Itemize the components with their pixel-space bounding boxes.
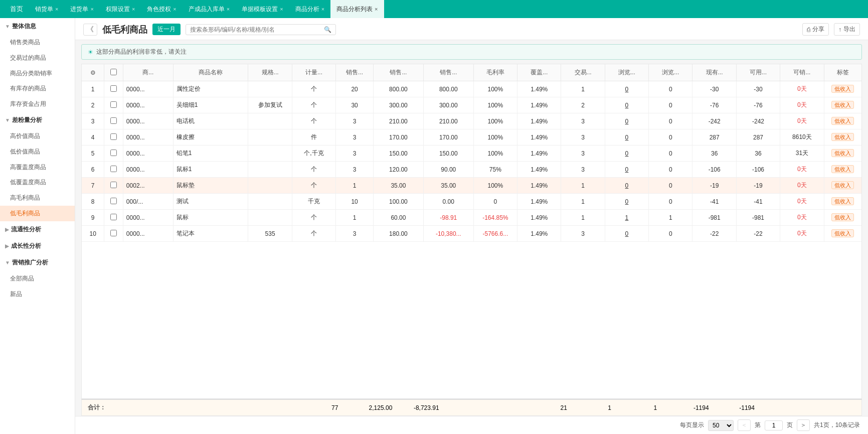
browse1-link[interactable]: 0: [625, 118, 629, 125]
browse1-link[interactable]: 0: [625, 134, 629, 141]
row-checkbox[interactable]: [110, 230, 117, 236]
sidebar-group-marketing[interactable]: ▼ 营销推广分析: [0, 254, 75, 271]
sidebar-group-growth[interactable]: ▶ 成长性分析: [0, 238, 75, 254]
row-checkbox[interactable]: [110, 182, 117, 188]
row-trade-count: 1: [561, 81, 605, 97]
nav-close-icon[interactable]: ×: [321, 6, 324, 12]
row-coverage: 1.49%: [517, 162, 561, 178]
prev-page-button[interactable]: ＜: [738, 419, 751, 431]
sidebar-group-differential[interactable]: ▼ 差粉量分析: [0, 112, 75, 128]
col-check[interactable]: [104, 64, 123, 81]
sidebar-item-high-value[interactable]: 高价值商品: [0, 128, 75, 144]
browse1-link[interactable]: 0: [625, 150, 629, 157]
sidebar-item-high-coverage[interactable]: 高覆盖度商品: [0, 160, 75, 175]
browse1-link[interactable]: 0: [625, 230, 629, 237]
row-tag: 低收入: [824, 178, 861, 194]
row-sale-price: 300.00: [374, 97, 424, 113]
sidebar-item-low-margin[interactable]: 低毛利商品: [0, 206, 75, 221]
nav-close-icon[interactable]: ×: [173, 6, 176, 12]
row-checkbox[interactable]: [110, 198, 117, 204]
browse1-link[interactable]: 0: [625, 86, 629, 93]
sidebar-group-overall[interactable]: ▼ 整体信息: [0, 18, 75, 35]
row-checkbox[interactable]: [110, 101, 117, 108]
row-spec: [248, 210, 292, 226]
sidebar-item-traded-products[interactable]: 交易过的商品: [0, 50, 75, 66]
chevron-down-icon: ▼: [5, 117, 10, 123]
nav-purchase-order[interactable]: 进货单 ×: [64, 0, 99, 18]
nav-permissions[interactable]: 权限设置 ×: [100, 0, 141, 18]
row-checkbox[interactable]: [110, 150, 117, 156]
sidebar-collapse-button[interactable]: 《: [83, 24, 97, 36]
nav-product-inbound[interactable]: 产成品入库单 ×: [183, 0, 236, 18]
row-checkbox[interactable]: [110, 85, 117, 92]
row-stock-available: -981: [736, 210, 780, 226]
row-num: 3: [82, 113, 104, 129]
row-trade-count: 1: [561, 194, 605, 210]
sidebar-item-all-products[interactable]: 全部商品: [0, 271, 75, 286]
export-icon: ↑: [838, 26, 841, 33]
chevron-right-icon: ▶: [5, 227, 9, 232]
filter-recent-month-button[interactable]: 近一月: [152, 24, 181, 35]
nav-close-icon[interactable]: ×: [132, 6, 135, 12]
nav-close-icon[interactable]: ×: [280, 6, 283, 12]
sidebar-item-high-margin[interactable]: 高毛利商品: [0, 190, 75, 206]
row-stock-available: -19: [736, 178, 780, 194]
sidebar-group-circulation[interactable]: ▶ 流通性分析: [0, 221, 75, 238]
page-title: 低毛利商品: [102, 24, 147, 36]
row-checkbox-cell: [104, 129, 123, 146]
browse1-link[interactable]: 1: [625, 214, 629, 221]
row-checkbox[interactable]: [110, 133, 117, 140]
export-button[interactable]: ↑ 导出: [834, 23, 860, 36]
total-info: 共1页，10条记录: [814, 421, 860, 429]
nav-close-icon[interactable]: ×: [375, 6, 378, 12]
row-checkbox-cell: [104, 178, 123, 194]
row-sale-amount: 0.00: [423, 194, 473, 210]
per-page-select[interactable]: 50 20 100: [708, 420, 734, 431]
nav-sales-order[interactable]: 销货单 ×: [29, 0, 64, 18]
select-all-checkbox[interactable]: [110, 69, 117, 75]
sidebar-item-sales-products[interactable]: 销售类商品: [0, 35, 75, 50]
sidebar-item-new-products[interactable]: 新品: [0, 286, 75, 302]
row-coverage: 1.49%: [517, 226, 561, 242]
nav-product-analysis-list[interactable]: 商品分析列表 ×: [330, 0, 384, 18]
current-page-input[interactable]: [765, 420, 783, 430]
search-input[interactable]: [190, 26, 322, 33]
row-checkbox[interactable]: [110, 117, 117, 124]
browse1-link[interactable]: 0: [625, 182, 629, 189]
sidebar-item-category-sales-rate[interactable]: 商品分类助销率: [0, 66, 75, 81]
nav-role-auth[interactable]: 角色授权 ×: [141, 0, 182, 18]
nav-close-icon[interactable]: ×: [90, 6, 93, 12]
nav-home[interactable]: 首页: [4, 0, 29, 18]
per-page-label: 每页显示: [680, 421, 704, 429]
row-spec: [248, 146, 292, 162]
row-num: 1: [82, 81, 104, 97]
sidebar-item-low-coverage[interactable]: 低覆盖度商品: [0, 175, 75, 190]
sidebar-item-inventory-capital[interactable]: 库存资金占用: [0, 96, 75, 112]
row-sale-amount: 210.00: [423, 113, 473, 129]
next-page-button[interactable]: ＞: [797, 419, 810, 431]
row-checkbox[interactable]: [110, 214, 117, 220]
row-checkbox[interactable]: [110, 166, 117, 172]
row-browse2: 0: [649, 178, 692, 194]
nav-close-icon[interactable]: ×: [55, 6, 58, 12]
nav-product-analysis[interactable]: 商品分析 ×: [289, 0, 330, 18]
row-code: 0000...: [123, 226, 173, 242]
row-browse1: 1: [605, 210, 648, 226]
row-sale-qty: 10: [336, 194, 374, 210]
nav-close-icon[interactable]: ×: [227, 6, 230, 12]
nav-template-settings[interactable]: 单据模板设置 ×: [236, 0, 289, 18]
browse1-link[interactable]: 0: [625, 166, 629, 173]
row-code: 0000...: [123, 97, 173, 113]
row-spec: [248, 178, 292, 194]
browse1-link[interactable]: 0: [625, 198, 629, 205]
row-sale-price: 800.00: [374, 81, 424, 97]
row-stock-current: 36: [692, 146, 736, 162]
main-layout: ▼ 整体信息 销售类商品 交易过的商品 商品分类助销率 有库存的商品 库存资金占…: [0, 18, 868, 434]
browse1-link[interactable]: 0: [625, 102, 629, 109]
sidebar-item-low-value[interactable]: 低价值商品: [0, 144, 75, 160]
sidebar-item-in-stock[interactable]: 有库存的商品: [0, 81, 75, 96]
row-unit: 件: [292, 129, 335, 146]
share-button[interactable]: ⎙ 分享: [802, 23, 829, 36]
col-settings[interactable]: ⚙: [82, 64, 104, 81]
col-tag-header: 标签: [824, 64, 861, 81]
